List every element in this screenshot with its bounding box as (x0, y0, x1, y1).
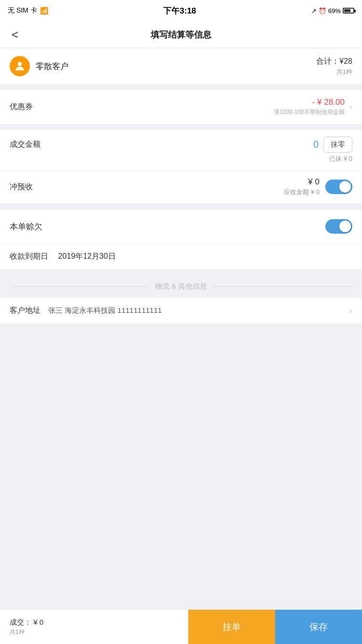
customer-name: 零散客户 (36, 61, 69, 72)
coupon-desc: 满1000-100不限制使用金额 (274, 108, 345, 116)
logistics-line-right (212, 286, 352, 287)
divider-2 (0, 124, 362, 130)
logistics-line-left (10, 286, 150, 287)
transaction-deducted: 已抹 ¥ 0 (10, 154, 352, 163)
due-date-row: 收款到期日 2019年12月30日 (0, 243, 362, 269)
transaction-value[interactable]: 0 (313, 139, 319, 150)
back-button[interactable]: < (8, 24, 22, 45)
deducted-label: 已抹 ¥ 0 (329, 154, 352, 163)
debt-toggle-knob (339, 221, 351, 232)
total-amount: 合计：¥28 (316, 56, 352, 67)
toggle-knob (339, 181, 351, 193)
alarm-icon: ⏰ (319, 7, 326, 14)
customer-left: 零散客户 (10, 56, 69, 76)
page-title: 填写结算等信息 (151, 29, 211, 41)
bottom-bar: 成交： ¥ 0 共1种 挂单 保存 (0, 609, 362, 644)
logistics-section-header: 物流 & 其他信息 (0, 275, 362, 298)
coupon-row[interactable]: 优惠券 - ¥ 28.00 满1000-100不限制使用金额 › (0, 90, 362, 124)
bottom-deal: 成交： ¥ 0 (10, 618, 179, 627)
address-chevron: › (349, 306, 352, 316)
prepaid-row: 冲预收 ¥ 0 应收金额 ¥ 0 (0, 170, 362, 204)
coupon-chevron: › (349, 102, 352, 112)
nav-bar: < 填写结算等信息 (0, 21, 362, 48)
prepaid-toggle[interactable] (325, 180, 352, 194)
prepaid-values: ¥ 0 应收金额 ¥ 0 (284, 177, 320, 196)
transaction-right: 0 抹零 (313, 137, 352, 153)
coupon-value-block: - ¥ 28.00 满1000-100不限制使用金额 (274, 98, 345, 116)
debt-row: 本单赊欠 (0, 210, 362, 243)
status-right: ↗ ⏰ 69% (311, 7, 354, 14)
svg-point-0 (18, 62, 22, 66)
address-row[interactable]: 客户地址 张三 海淀永丰科技园 11111111111 › (0, 298, 362, 323)
battery-icon (343, 8, 354, 14)
location-icon: ↗ (311, 7, 317, 14)
address-label: 客户地址 (10, 306, 41, 316)
round-button[interactable]: 抹零 (323, 137, 352, 153)
deal-amount: ¥ 0 (33, 618, 43, 626)
prepaid-receivable: 应收金额 ¥ 0 (284, 188, 320, 196)
status-time: 下午3:18 (163, 5, 196, 16)
transaction-row: 成交金额 0 抹零 已抹 ¥ 0 (0, 130, 362, 170)
divider-3 (0, 204, 362, 210)
customer-row: 零散客户 合计：¥28 共1种 (0, 48, 362, 84)
prepaid-amount: ¥ 0 (284, 177, 320, 187)
deal-label: 成交： (10, 618, 31, 626)
empty-area (0, 323, 362, 430)
debt-toggle[interactable] (325, 219, 352, 234)
address-value: 张三 海淀永丰科技园 11111111111 (48, 306, 342, 315)
hold-button[interactable]: 挂单 (188, 610, 275, 644)
save-button[interactable]: 保存 (275, 610, 362, 644)
due-date-label: 收款到期日 (10, 252, 48, 260)
battery-percent: 69% (328, 7, 341, 14)
customer-summary: 合计：¥28 共1种 (316, 56, 352, 76)
bottom-info: 成交： ¥ 0 共1种 (0, 618, 188, 636)
wifi-icon: 📶 (40, 7, 48, 14)
due-date-value: 2019年12月30日 (58, 252, 115, 260)
transaction-label: 成交金额 (10, 140, 41, 150)
status-left: 无 SIM 卡 📶 (8, 6, 48, 15)
prepaid-label: 冲预收 (10, 182, 33, 192)
divider-1 (0, 84, 362, 90)
logistics-label: 物流 & 其他信息 (155, 282, 207, 291)
coupon-label: 优惠券 (10, 102, 33, 112)
bottom-count: 共1种 (10, 628, 179, 636)
transaction-top: 成交金额 0 抹零 (10, 137, 352, 153)
coupon-right: - ¥ 28.00 满1000-100不限制使用金额 › (274, 98, 352, 116)
avatar (10, 56, 30, 76)
total-count: 共1种 (316, 68, 352, 76)
debt-label: 本单赊欠 (10, 221, 42, 232)
status-bar: 无 SIM 卡 📶 下午3:18 ↗ ⏰ 69% (0, 0, 362, 21)
coupon-amount: - ¥ 28.00 (274, 98, 345, 107)
prepaid-right: ¥ 0 应收金额 ¥ 0 (284, 177, 352, 196)
divider-4 (0, 269, 362, 275)
sim-label: 无 SIM 卡 (8, 6, 37, 15)
